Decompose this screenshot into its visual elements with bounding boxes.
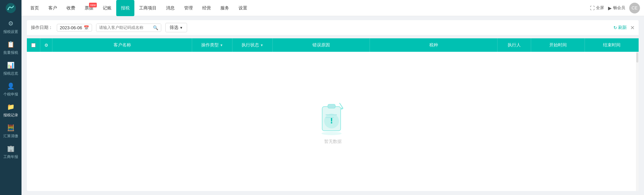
svg-point-1 bbox=[7, 9, 9, 10]
sidebar-item-label: 报税记录 bbox=[3, 113, 18, 118]
select-all-checkbox[interactable] bbox=[31, 43, 36, 47]
date-label: 操作日期： bbox=[31, 25, 53, 31]
person-icon: 👤 bbox=[6, 81, 15, 91]
sidebar-item-label: 批量报税 bbox=[3, 50, 18, 55]
nav-item-operations[interactable]: 经营 bbox=[198, 0, 216, 16]
nav-item-tax[interactable]: 报税 bbox=[116, 0, 134, 16]
th-executor: 执行人 bbox=[498, 38, 531, 52]
close-button[interactable]: ✕ bbox=[630, 25, 635, 31]
sidebar-item-huisuan-jiaona[interactable]: 🧮 汇算清缴 bbox=[0, 120, 22, 141]
avatar[interactable]: CE bbox=[629, 3, 640, 13]
table-body: ! 暂无数据 bbox=[27, 52, 639, 191]
filter-button[interactable]: 筛选 ▼ bbox=[165, 23, 187, 32]
sidebar-item-baoshui-jilu[interactable]: 📁 报税记录 bbox=[0, 100, 22, 120]
th-status: 执行状态 ▼ bbox=[232, 38, 273, 52]
record-icon: 📁 bbox=[6, 102, 15, 112]
sidebar-item-baoshui-zonglou[interactable]: 📊 报税总览 bbox=[0, 58, 22, 79]
refresh-button[interactable]: ↻ 刷新 bbox=[613, 25, 627, 31]
sidebar-item-label: 汇算清缴 bbox=[3, 133, 18, 139]
sidebar-item-label: 报税设置 bbox=[3, 29, 18, 34]
th-tax: 税种 bbox=[370, 38, 498, 52]
sort-icon-status: ▼ bbox=[260, 43, 263, 47]
svg-rect-6 bbox=[326, 114, 337, 115]
sidebar: ⚙ 报税设置 📋 批量报税 📊 报税总览 👤 个税申报 📁 报税记录 🧮 汇算清… bbox=[0, 0, 22, 195]
svg-point-10 bbox=[321, 132, 342, 135]
member-button[interactable]: ▶ 畅会员 bbox=[608, 5, 625, 11]
empty-state: ! 暂无数据 bbox=[309, 91, 356, 151]
sort-icon-type: ▼ bbox=[220, 43, 223, 47]
sidebar-item-label: 工商年报 bbox=[3, 154, 18, 159]
search-icon: 🔍 bbox=[153, 25, 158, 30]
th-start-time: 开始时间 bbox=[531, 38, 585, 52]
toolbar: 操作日期： 2023-06-06 📅 🔍 筛选 ▼ ↻ 刷新 ✕ bbox=[27, 20, 639, 35]
empty-illustration: ! bbox=[316, 98, 350, 135]
table-header: ⚙ 客户名称 操作类型 ▼ 执行状态 ▼ 错误原因 税种 bbox=[27, 38, 639, 52]
nav-item-fees[interactable]: 收费 bbox=[62, 0, 80, 16]
svg-text:!: ! bbox=[330, 115, 333, 125]
sidebar-item-label: 个税申报 bbox=[3, 92, 18, 97]
fullscreen-button[interactable]: ⛶ 全屏 bbox=[590, 5, 604, 11]
nav-item-service[interactable]: 服务 bbox=[216, 0, 234, 16]
table-scrollbar[interactable] bbox=[636, 52, 639, 191]
main-content: 首页 客户 收费 票据 new 记账 报税 工商项目 消息 bbox=[22, 0, 644, 195]
table-container: ⚙ 客户名称 操作类型 ▼ 执行状态 ▼ 错误原因 税种 bbox=[27, 38, 639, 191]
svg-point-0 bbox=[6, 3, 16, 13]
date-picker[interactable]: 2023-06-06 📅 bbox=[57, 24, 92, 32]
chevron-down-icon: ▼ bbox=[180, 26, 183, 30]
content-area: 操作日期： 2023-06-06 📅 🔍 筛选 ▼ ↻ 刷新 ✕ bbox=[22, 16, 644, 195]
building-icon: 🏢 bbox=[6, 144, 15, 153]
overview-icon: 📊 bbox=[6, 61, 15, 70]
settings-icon: ⚙ bbox=[6, 19, 15, 28]
calc-icon: 🧮 bbox=[6, 123, 15, 132]
sidebar-item-piliang-baoshui[interactable]: 📋 批量报税 bbox=[0, 37, 22, 58]
nav-item-home[interactable]: 首页 bbox=[26, 0, 44, 16]
svg-rect-7 bbox=[326, 117, 334, 118]
scroll-thumb bbox=[636, 52, 638, 63]
fullscreen-icon: ⛶ bbox=[590, 5, 595, 11]
nav-item-messages[interactable]: 消息 bbox=[161, 0, 179, 16]
nav-item-accounting[interactable]: 记账 bbox=[98, 0, 116, 16]
new-badge: new bbox=[89, 3, 97, 7]
sidebar-item-gongshang-nianbao[interactable]: 🏢 工商年报 bbox=[0, 141, 22, 162]
th-checkbox[interactable] bbox=[27, 38, 40, 52]
th-error: 错误原因 bbox=[273, 38, 370, 52]
nav-item-industrial[interactable]: 工商项目 bbox=[134, 0, 161, 16]
sidebar-item-geshuishenb[interactable]: 👤 个税申报 bbox=[0, 79, 22, 100]
topnav-right: ⛶ 全屏 ▶ 畅会员 CE bbox=[590, 3, 640, 13]
sidebar-item-baoshui-shezhi[interactable]: ⚙ 报税设置 bbox=[0, 16, 22, 37]
calendar-icon: 📅 bbox=[84, 25, 89, 30]
column-settings-icon: ⚙ bbox=[44, 43, 48, 48]
batch-icon: 📋 bbox=[6, 40, 15, 49]
svg-rect-3 bbox=[328, 104, 335, 108]
th-type: 操作类型 ▼ bbox=[192, 38, 232, 52]
member-icon: ▶ bbox=[608, 5, 612, 11]
refresh-icon: ↻ bbox=[613, 25, 617, 30]
top-navigation: 首页 客户 收费 票据 new 记账 报税 工商项目 消息 bbox=[22, 0, 644, 16]
nav-items: 首页 客户 收费 票据 new 记账 报税 工商项目 消息 bbox=[26, 0, 590, 16]
nav-item-management[interactable]: 管理 bbox=[179, 0, 198, 16]
nav-item-client[interactable]: 客户 bbox=[44, 0, 62, 16]
th-name: 客户名称 bbox=[52, 38, 192, 52]
nav-item-settings[interactable]: 设置 bbox=[234, 0, 252, 16]
th-end-time: 结束时间 bbox=[585, 38, 639, 52]
search-button[interactable]: 🔍 bbox=[150, 24, 161, 32]
search-input[interactable] bbox=[96, 24, 150, 31]
nav-item-invoice[interactable]: 票据 new bbox=[80, 0, 98, 16]
sidebar-item-label: 报税总览 bbox=[3, 71, 18, 76]
search-box: 🔍 bbox=[96, 24, 161, 32]
sidebar-logo bbox=[0, 0, 22, 16]
th-settings[interactable]: ⚙ bbox=[40, 38, 52, 52]
empty-text: 暂无数据 bbox=[324, 139, 342, 145]
toolbar-right: ↻ 刷新 ✕ bbox=[613, 25, 635, 31]
